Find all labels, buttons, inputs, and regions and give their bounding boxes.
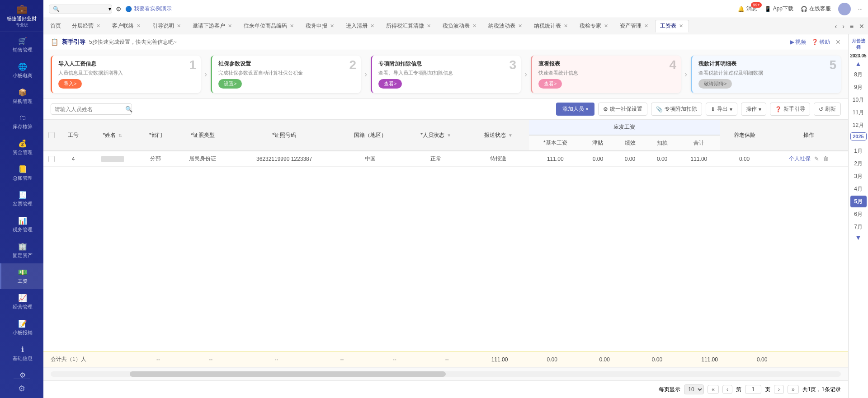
action-delete-0[interactable]: 🗑 — [823, 155, 829, 162]
tab-close-tax_expert[interactable]: ✕ — [603, 23, 609, 29]
tab-close-tax_exempt[interactable]: ✕ — [472, 23, 477, 29]
tab-home[interactable]: 首页 — [45, 20, 66, 33]
row-checkbox-0[interactable] — [48, 156, 55, 162]
tab-asset[interactable]: 资产管理✕ — [615, 20, 654, 33]
guide-help-btn[interactable]: ❓ 帮助 — [811, 38, 830, 46]
topbar-gear-icon[interactable]: ⚙ — [116, 5, 122, 13]
sidebar-item-invoice[interactable]: 🧾 发票管理 — [0, 186, 43, 212]
month-item-10[interactable]: 5月 — [850, 196, 867, 207]
month-item-12[interactable]: 7月 — [850, 221, 867, 233]
tab-prev-btn[interactable]: ‹ — [833, 22, 839, 31]
new-guide-btn[interactable]: ❓ 新手引导 — [770, 103, 810, 116]
step-btn-1[interactable]: 导入> — [58, 79, 82, 89]
sidebar-item-salary[interactable]: 💵 工资 — [0, 263, 43, 289]
per-page-select[interactable]: 10 20 50 — [684, 384, 704, 394]
select-all-checkbox[interactable] — [48, 132, 55, 138]
sidebar-item-ledger[interactable]: 📒 总账管理 — [0, 160, 43, 186]
guide-video-btn[interactable]: ▶ 视频 — [790, 38, 806, 46]
tab-close-tax_stats[interactable]: ✕ — [517, 23, 523, 29]
sidebar-item-operation[interactable]: 📈 经营管理 — [0, 289, 43, 315]
sidebar-item-purchase[interactable]: 📦 采购管理 — [0, 84, 43, 109]
tab-salary[interactable]: 工资表✕ — [655, 20, 689, 33]
next-page-btn[interactable]: › — [774, 385, 784, 394]
sidebar-item-finance[interactable]: 💰 资金管理 — [0, 135, 43, 160]
topbar-demo-btn[interactable]: 🔵 我要看实例演示 — [125, 5, 172, 13]
topbar-dropdown-icon[interactable]: ▾ — [108, 6, 111, 12]
prev-page-btn[interactable]: ‹ — [722, 385, 732, 394]
month-item-0[interactable]: 8月 — [850, 69, 867, 80]
step-btn-3[interactable]: 查看> — [378, 79, 402, 89]
tab-clearance[interactable]: 进入清册✕ — [341, 20, 380, 33]
tab-close-guide[interactable]: ✕ — [176, 23, 182, 29]
operate-btn[interactable]: 操作 ▾ — [741, 103, 766, 116]
tab-guide[interactable]: 引导说明✕ — [147, 20, 187, 33]
special-deduction-btn[interactable]: 📎 专项附加扣除 — [651, 103, 702, 116]
sidebar-item-sales[interactable]: 🛒 销售管理 — [0, 32, 43, 58]
tab-close-salary[interactable]: ✕ — [678, 23, 684, 29]
topbar-search-input[interactable] — [61, 6, 107, 12]
tab-tax_report[interactable]: 税务申报✕ — [301, 20, 340, 33]
tab-close-all-btn[interactable]: ✕ — [857, 22, 866, 31]
scrollbar-area[interactable] — [43, 367, 848, 380]
sidebar-item-basic[interactable]: ℹ 基础信息 — [0, 341, 43, 366]
sidebar-item-inventory[interactable]: 🗂 库存核算 — [0, 109, 43, 135]
tab-close-asset[interactable]: ✕ — [643, 23, 649, 29]
report-filter-icon[interactable]: ▼ — [508, 133, 513, 138]
export-btn[interactable]: ⬇ 导出 ▾ — [706, 103, 737, 116]
month-item-7[interactable]: 2月 — [850, 158, 867, 169]
employee-search-input[interactable] — [55, 106, 123, 112]
sidebar-item-fixed_assets[interactable]: 🏢 固定资产 — [0, 238, 43, 263]
month-item-9[interactable]: 4月 — [850, 183, 867, 195]
month-up-btn[interactable]: ▲ — [854, 59, 863, 68]
step-btn-4[interactable]: 查看> — [538, 79, 562, 89]
tab-tax_stats[interactable]: 纳税波动表✕ — [483, 20, 528, 33]
page-number-input[interactable] — [745, 385, 761, 394]
notification-btn[interactable]: 🔔 消息 99+ — [738, 5, 757, 13]
month-item-4[interactable]: 12月 — [850, 119, 867, 131]
sidebar-item-report[interactable]: 📝 小畅报销 — [0, 315, 43, 341]
tab-tax_exempt[interactable]: 税负波动表✕ — [438, 20, 482, 33]
tab-crm[interactable]: 客户联络✕ — [107, 20, 146, 33]
tab-menu-btn[interactable]: ≡ — [848, 22, 855, 31]
tab-close-tax_report[interactable]: ✕ — [329, 23, 335, 29]
month-item-11[interactable]: 6月 — [850, 208, 867, 220]
tab-close-tax_count[interactable]: ✕ — [563, 23, 569, 29]
last-page-btn[interactable]: » — [788, 385, 799, 394]
month-item-3[interactable]: 11月 — [850, 107, 867, 118]
tab-close-crm[interactable]: ✕ — [136, 23, 142, 29]
tab-next-btn[interactable]: › — [840, 22, 846, 31]
month-item-8[interactable]: 3月 — [850, 170, 867, 182]
user-avatar[interactable] — [838, 3, 851, 15]
tab-invite[interactable]: 邀请下游客户✕ — [188, 20, 238, 33]
search-icon[interactable]: 🔍 — [125, 106, 132, 112]
month-item-6[interactable]: 1月 — [850, 145, 867, 157]
scroll-track[interactable] — [51, 371, 841, 377]
tab-close-tiered[interactable]: ✕ — [95, 23, 101, 29]
tab-goods_code[interactable]: 往来单位商品编码✕ — [239, 20, 300, 33]
settings-icon[interactable]: ⚙ — [18, 384, 25, 393]
tab-close-goods_code[interactable]: ✕ — [289, 23, 295, 29]
tab-close-clearance[interactable]: ✕ — [369, 23, 375, 29]
tab-close-invite[interactable]: ✕ — [227, 23, 233, 29]
status-filter-icon[interactable]: ▼ — [447, 133, 451, 138]
guide-close-btn[interactable]: ✕ — [835, 38, 841, 46]
first-page-btn[interactable]: « — [708, 385, 719, 394]
tab-tax_count[interactable]: 纳税统计表✕ — [529, 20, 574, 33]
month-item-1[interactable]: 9月 — [850, 81, 867, 93]
tab-tax_calc[interactable]: 所得税汇算清缴✕ — [381, 20, 437, 33]
month-down-btn[interactable]: ▼ — [854, 233, 863, 242]
app-download-btn[interactable]: 📱 App下载 — [764, 5, 793, 13]
sidebar-item-tax[interactable]: 📊 税务管理 — [0, 212, 43, 238]
online-service-btn[interactable]: 🎧 在线客服 — [801, 5, 831, 13]
step-btn-2[interactable]: 设置> — [218, 79, 242, 89]
add-employee-btn[interactable]: 添加人员 ▾ — [556, 103, 594, 116]
social-settings-btn[interactable]: ⚙ 统一社保设置 — [598, 103, 647, 116]
sidebar-item-ecommerce[interactable]: 🌐 小畅电商 — [0, 58, 43, 84]
tab-tax_expert[interactable]: 税检专家✕ — [575, 20, 614, 33]
sidebar-item-system[interactable]: ⚙ 系统管理 — [0, 366, 43, 379]
month-item-2[interactable]: 10月 — [850, 94, 867, 106]
refresh-btn[interactable]: ↺ 刷新 — [814, 103, 841, 116]
tab-close-tax_calc[interactable]: ✕ — [426, 23, 432, 29]
tab-tiered[interactable]: 分层经营✕ — [67, 20, 106, 33]
action-social-0[interactable]: 个人社保 — [789, 155, 811, 163]
